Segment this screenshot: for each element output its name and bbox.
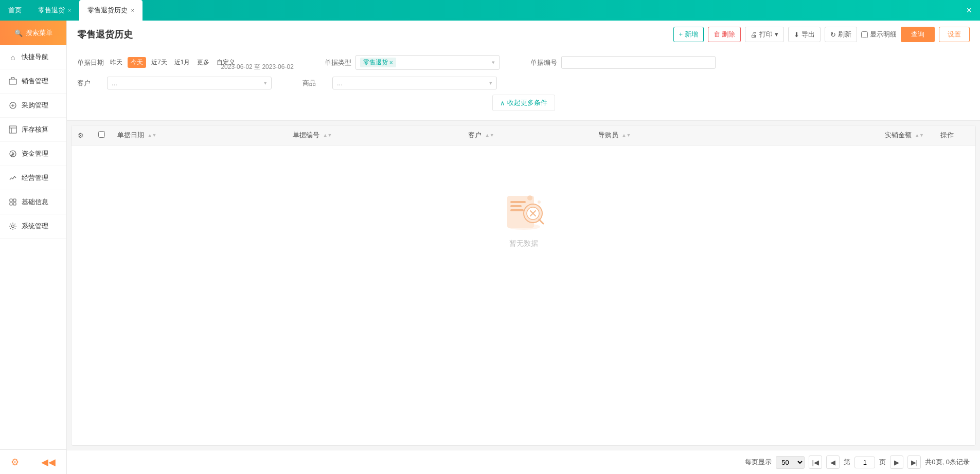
sidebar-item-finance[interactable]: 资金管理 <box>0 142 66 166</box>
date-btn-more[interactable]: 更多 <box>195 57 211 68</box>
sidebar-bottom: ⚙ ◀◀ <box>0 449 66 474</box>
empty-text: 暂无数据 <box>509 239 538 248</box>
table-body: 暂无数据 <box>72 145 975 290</box>
th-guide[interactable]: 导购员 ▲▼ <box>592 125 745 145</box>
sidebar-item-label: 资金管理 <box>22 149 48 158</box>
customer-filter: 客户 ... ▾ <box>77 77 272 89</box>
add-button[interactable]: + 新增 <box>673 27 704 42</box>
date-btn-1month[interactable]: 近1月 <box>172 57 192 68</box>
purchase-icon <box>8 101 17 110</box>
toolbar: + 新增 🗑 删除 🖨 🖨 打印 打印 ▾ ⬇ 导出 ↻ 刷新 <box>673 27 970 42</box>
collapse-filters-btn[interactable]: ∧ 收起更多条件 <box>492 95 555 111</box>
sort-voucherno-icon: ▲▼ <box>323 133 332 138</box>
date-btn-today[interactable]: 今天 <box>128 57 146 68</box>
settings-bottom-icon[interactable]: ⚙ <box>11 457 19 468</box>
sidebar-item-inventory[interactable]: 库存核算 <box>0 118 66 142</box>
goods-select[interactable]: ... ▾ <box>332 77 497 89</box>
filter-row-1: 单据日期 昨天 今天 近7天 近1月 更多 自定义 2023-06-02 至 2… <box>77 53 970 71</box>
th-voucher-no[interactable]: 单据编号 ▲▼ <box>287 125 462 145</box>
customer-select[interactable]: ... ▾ <box>107 77 272 89</box>
sales-icon <box>8 77 17 86</box>
date-btn-7days[interactable]: 近7天 <box>149 57 169 68</box>
display-detail-input[interactable] <box>861 31 868 38</box>
svg-rect-13 <box>510 209 524 211</box>
refresh-button[interactable]: ↻ 刷新 <box>825 27 857 42</box>
tab-retail-return-history-close[interactable]: × <box>131 7 134 13</box>
prev-page-btn[interactable]: ◀ <box>826 455 840 469</box>
sidebar-item-label: 快捷导航 <box>22 52 48 62</box>
collapse-icon: ∧ <box>500 99 505 107</box>
last-page-btn[interactable]: ▶| <box>907 455 921 469</box>
data-table: ⚙ 单据日期 ▲▼ 单据编号 ▲▼ <box>72 125 975 289</box>
voucher-type-tag-close[interactable]: × <box>389 59 393 66</box>
filter-row-2: 客户 ... ▾ 商品 ... ▾ <box>77 77 970 89</box>
sort-customer-icon: ▲▼ <box>485 133 494 138</box>
operations-icon <box>8 173 17 183</box>
empty-illustration <box>498 187 549 233</box>
next-page-btn[interactable]: ▶ <box>890 455 903 469</box>
customer-placeholder: ... <box>112 79 117 87</box>
th-amount[interactable]: 实销金额 ▲▼ <box>745 125 934 145</box>
first-page-btn[interactable]: |◀ <box>809 455 822 469</box>
sidebar-item-sales[interactable]: 销售管理 <box>0 69 66 94</box>
tab-retail-return-history[interactable]: 零售退货历史 × <box>79 0 142 21</box>
delete-button[interactable]: 🗑 删除 <box>708 27 741 42</box>
inventory-icon <box>8 125 17 134</box>
date-btn-yesterday[interactable]: 昨天 <box>108 57 124 68</box>
sidebar-item-system[interactable]: 系统管理 <box>0 214 66 239</box>
page-label: 第 <box>844 458 850 467</box>
tab-retail-return-close[interactable]: × <box>68 7 71 13</box>
display-detail-checkbox[interactable]: 显示明细 <box>861 30 897 39</box>
voucher-type-select[interactable]: 零售退货 × ▾ <box>355 55 500 70</box>
tab-home[interactable]: 首页 <box>0 0 30 21</box>
sidebar-search[interactable]: 🔍 搜索菜单 <box>0 21 66 45</box>
sidebar-search-label: 搜索菜单 <box>26 28 52 38</box>
print-button[interactable]: 🖨 🖨 打印 打印 ▾ <box>745 27 784 42</box>
sort-guide-icon: ▲▼ <box>621 133 631 138</box>
th-settings[interactable]: ⚙ <box>72 125 92 145</box>
sidebar-item-label: 库存核算 <box>22 125 48 134</box>
tab-retail-return[interactable]: 零售退货 × <box>30 0 79 21</box>
sort-date-icon: ▲▼ <box>148 133 157 138</box>
window-close-btn[interactable]: × <box>958 5 980 16</box>
th-ops: 操作 <box>934 125 975 145</box>
empty-state: 暂无数据 <box>72 145 975 289</box>
svg-rect-0 <box>9 79 16 84</box>
sidebar-item-base-info[interactable]: 基础信息 <box>0 190 66 214</box>
goods-placeholder: ... <box>337 79 343 87</box>
sidebar-item-purchase[interactable]: 采购管理 <box>0 94 66 118</box>
sidebar-item-operations[interactable]: 经营管理 <box>0 166 66 190</box>
page-size-select[interactable]: 50 20 100 <box>776 456 805 469</box>
th-date[interactable]: 单据日期 ▲▼ <box>111 125 287 145</box>
query-button[interactable]: 查询 <box>901 27 935 42</box>
sidebar-item-quick-nav[interactable]: ⌂ 快捷导航 <box>0 45 66 69</box>
voucher-no-input[interactable] <box>561 56 716 69</box>
svg-point-20 <box>538 200 541 204</box>
export-icon: ⬇ <box>794 31 799 39</box>
sound-bottom-icon[interactable]: ◀◀ <box>41 457 56 468</box>
table-settings-icon[interactable]: ⚙ <box>78 132 84 139</box>
date-filter: 单据日期 昨天 今天 近7天 近1月 更多 自定义 <box>77 57 241 68</box>
page-header: 零售退货历史 + 新增 🗑 删除 🖨 🖨 打印 打印 ▾ ⬇ 导出 ↻ <box>67 21 980 121</box>
voucher-type-dropdown-arrow: ▾ <box>492 59 495 66</box>
sidebar-item-label: 销售管理 <box>22 77 48 86</box>
voucher-type-tag: 零售退货 × <box>360 58 396 67</box>
settings-button[interactable]: 设置 <box>939 27 970 42</box>
page-number-input[interactable] <box>854 457 875 468</box>
customer-label: 客户 <box>77 79 103 88</box>
select-all-checkbox[interactable] <box>98 131 105 138</box>
svg-rect-5 <box>13 199 16 202</box>
svg-rect-2 <box>9 126 16 133</box>
svg-rect-6 <box>10 203 12 205</box>
voucher-type-filter: 单据类型 零售退货 × ▾ <box>325 55 500 70</box>
sidebar-item-label: 系统管理 <box>22 222 48 231</box>
sidebar-item-label: 采购管理 <box>22 101 48 110</box>
table-header-row: ⚙ 单据日期 ▲▼ 单据编号 ▲▼ <box>72 125 975 145</box>
th-customer[interactable]: 客户 ▲▼ <box>462 125 592 145</box>
sidebar-item-label: 经营管理 <box>22 173 48 183</box>
sidebar-menu: ⌂ 快捷导航 销售管理 采购管理 库存核算 <box>0 45 66 449</box>
filter-area: 单据日期 昨天 今天 近7天 近1月 更多 自定义 2023-06-02 至 2… <box>77 48 970 120</box>
export-button[interactable]: ⬇ 导出 <box>788 27 821 42</box>
th-checkbox[interactable] <box>92 125 111 145</box>
sidebar-item-label: 基础信息 <box>22 197 48 207</box>
